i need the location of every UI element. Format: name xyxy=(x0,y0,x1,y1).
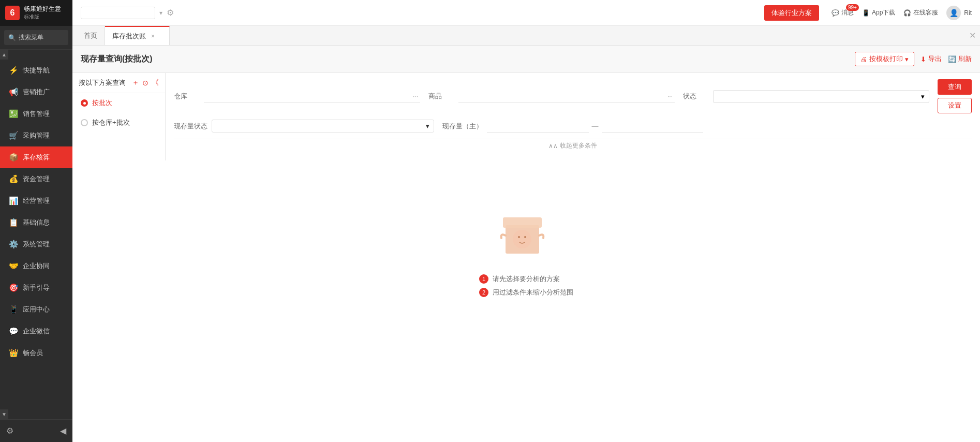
marketing-icon: 📢 xyxy=(8,87,19,97)
filter-option-by-warehouse-batch[interactable]: 按仓库+批次 xyxy=(72,113,165,132)
filter-field-inventory-status: 现存量状态 ▾ xyxy=(174,120,434,132)
sidebar-item-newbie[interactable]: 🎯 新手引导 xyxy=(0,277,72,299)
headset-icon: 🎧 xyxy=(903,9,911,17)
sidebar-item-marketing[interactable]: 📢 营销推广 xyxy=(0,81,72,103)
sidebar-item-finance[interactable]: 💰 资金管理 xyxy=(0,168,72,190)
action-buttons: 查询 设置 xyxy=(938,79,972,113)
topbar-dropdown-arrow[interactable]: ▾ xyxy=(159,9,162,17)
filter-option-by-batch[interactable]: 按批次 xyxy=(72,93,165,113)
empty-step-1: 1 请先选择要分析的方案 xyxy=(479,274,573,284)
page-header: 现存量查询(按批次) 🖨 按模板打印 ▾ ⬇ 导出 🔄 刷新 xyxy=(72,46,980,73)
filter-field-warehouse: 仓库 ··· xyxy=(174,90,420,102)
tab-inventory-batch[interactable]: 库存批次账 × xyxy=(105,26,170,45)
filter-field-inventory-qty: 现存量（主） — xyxy=(442,120,703,132)
sidebar-item-operations[interactable]: 📊 经营管理 xyxy=(0,190,72,212)
empty-step-2: 2 用过滤条件来缩小分析范围 xyxy=(479,288,573,297)
sidebar-item-quick-nav[interactable]: ⚡ 快捷导航 xyxy=(0,60,72,81)
operations-icon: 📊 xyxy=(8,196,19,206)
content-area: 现存量查询(按批次) 🖨 按模板打印 ▾ ⬇ 导出 🔄 刷新 xyxy=(72,46,980,442)
inventory-icon: 📦 xyxy=(8,152,19,163)
settings-button[interactable]: 设置 xyxy=(938,98,972,113)
empty-illustration-svg xyxy=(495,202,557,264)
filter-sidebar: 按以下方案查询 ＋ ⊙ 《 按批次 按仓库+批次 xyxy=(72,73,166,160)
status-label: 状态 xyxy=(683,92,709,101)
product-input-area: ··· xyxy=(458,90,675,102)
filter-row-2: 现存量状态 ▾ 现存量（主） — xyxy=(174,120,972,132)
filter-field-status: 状态 ▾ xyxy=(683,90,929,103)
sales-icon: 💹 xyxy=(8,109,19,119)
collapse-more-button[interactable]: ∧∧ 收起更多条件 xyxy=(174,139,972,154)
tab-home[interactable]: 首页 xyxy=(77,26,105,45)
sidebar-nav: ⚡ 快捷导航 📢 营销推广 💹 销售管理 🛒 采购管理 📦 库存核算 💰 资金管… xyxy=(0,60,72,409)
quick-nav-icon: ⚡ xyxy=(8,65,19,76)
query-button[interactable]: 查询 xyxy=(938,79,972,95)
tab-close-icon[interactable]: × xyxy=(151,33,155,40)
filter-field-product: 商品 ··· xyxy=(428,90,675,102)
filter-sidebar-header: 按以下方案查询 ＋ ⊙ 《 xyxy=(72,73,165,93)
add-filter-icon[interactable]: ＋ xyxy=(132,78,139,87)
finance-icon: 💰 xyxy=(8,174,19,184)
filter-main: 仓库 ··· 商品 ··· xyxy=(166,73,980,160)
tabbar: 首页 库存批次账 × ✕ xyxy=(72,26,980,46)
filter-sidebar-actions: ＋ ⊙ 《 xyxy=(132,78,159,87)
refresh-button[interactable]: 🔄 刷新 xyxy=(948,54,972,64)
messages-button[interactable]: 💬 消息 99+ xyxy=(831,8,854,17)
collapse-sidebar-icon[interactable]: 《 xyxy=(152,78,159,87)
range-separator: — xyxy=(592,122,599,130)
sidebar-item-app-center[interactable]: 📱 应用中心 xyxy=(0,299,72,320)
trial-industry-button[interactable]: 体验行业方案 xyxy=(764,5,819,21)
sidebar-item-purchase[interactable]: 🛒 采购管理 xyxy=(0,125,72,146)
settings-filter-icon[interactable]: ⊙ xyxy=(142,79,149,87)
product-dots-btn[interactable]: ··· xyxy=(667,93,673,100)
user-avatar-area[interactable]: 👤 Rit xyxy=(946,6,972,20)
svg-point-4 xyxy=(524,236,526,238)
sidebar-item-member[interactable]: 👑 畅会员 xyxy=(0,342,72,364)
member-icon: 👑 xyxy=(8,348,19,358)
sidebar-item-system[interactable]: ⚙️ 系统管理 xyxy=(0,233,72,255)
sidebar-search-area: 🔍 搜索菜单 xyxy=(0,26,72,50)
sidebar-bottom: ⚙ ◀ xyxy=(0,419,72,442)
sidebar-settings-button[interactable]: ⚙ xyxy=(4,424,16,438)
sidebar: 6 畅康通好生意 标准版 🔍 搜索菜单 ▲ ⚡ 快捷导航 📢 营销推广 💹 销售… xyxy=(0,0,72,442)
refresh-icon: 🔄 xyxy=(948,55,956,63)
page-title: 现存量查询(按批次) xyxy=(81,54,153,65)
step-1-num: 1 xyxy=(479,274,488,284)
filter-section-title: 按以下方案查询 xyxy=(79,78,126,87)
printer-icon: 🖨 xyxy=(860,55,867,63)
topbar-search-input[interactable] xyxy=(81,7,155,19)
message-badge: 99+ xyxy=(846,4,859,11)
warehouse-input[interactable] xyxy=(206,90,413,102)
print-button[interactable]: 🖨 按模板打印 ▾ xyxy=(855,52,914,66)
status-dropdown[interactable]: ▾ xyxy=(713,90,929,103)
sidebar-item-wechat[interactable]: 💬 企业微信 xyxy=(0,320,72,342)
online-service-button[interactable]: 🎧 在线客服 xyxy=(903,8,938,17)
export-icon: ⬇ xyxy=(920,55,926,63)
page-header-actions: 🖨 按模板打印 ▾ ⬇ 导出 🔄 刷新 xyxy=(855,52,972,66)
app-download-button[interactable]: 📱 App下载 xyxy=(862,8,895,17)
warehouse-dots-btn[interactable]: ··· xyxy=(413,93,418,100)
basic-icon: 📋 xyxy=(8,217,19,228)
sidebar-item-sales[interactable]: 💹 销售管理 xyxy=(0,103,72,125)
status-chevron-icon: ▾ xyxy=(921,93,925,100)
export-button[interactable]: ⬇ 导出 xyxy=(920,54,942,64)
inventory-qty-from[interactable] xyxy=(487,120,588,132)
inventory-qty-range: — xyxy=(487,120,703,132)
main-area: ▾ ⚙ 体验行业方案 💬 消息 99+ 📱 App下载 🎧 在线客服 👤 xyxy=(72,0,980,442)
tabbar-close-button[interactable]: ✕ xyxy=(969,31,976,40)
search-menu-button[interactable]: 🔍 搜索菜单 xyxy=(4,30,68,45)
inventory-qty-to[interactable] xyxy=(602,120,703,132)
sidebar-item-enterprise[interactable]: 🤝 企业协同 xyxy=(0,255,72,277)
app-edition: 标准版 xyxy=(24,13,61,21)
empty-state: 1 请先选择要分析的方案 2 用过滤条件来缩小分析范围 xyxy=(72,160,980,338)
warehouse-label: 仓库 xyxy=(174,92,200,101)
scroll-down-arrow[interactable]: ▼ xyxy=(0,409,8,419)
warehouse-input-area: ··· xyxy=(204,90,420,102)
topbar-settings-icon[interactable]: ⚙ xyxy=(167,8,174,18)
sidebar-collapse-button[interactable]: ◀ xyxy=(58,424,68,438)
svg-point-2 xyxy=(513,230,531,248)
scroll-up-arrow[interactable]: ▲ xyxy=(0,50,8,60)
sidebar-item-basic[interactable]: 📋 基础信息 xyxy=(0,212,72,233)
inventory-status-select[interactable]: ▾ xyxy=(212,120,434,132)
product-input[interactable] xyxy=(461,90,667,102)
sidebar-item-inventory[interactable]: 📦 库存核算 xyxy=(0,146,72,168)
